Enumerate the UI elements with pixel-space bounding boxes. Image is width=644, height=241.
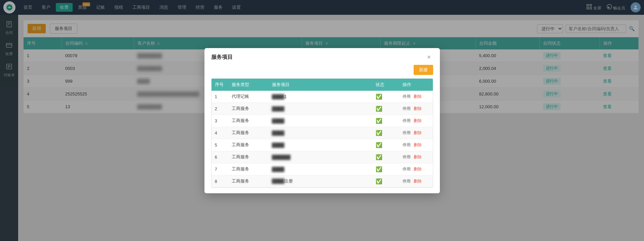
status-check-icon: ✅ [376,154,382,160]
status-check-icon: ✅ [376,118,382,124]
status-check-icon: ✅ [376,166,382,172]
modal-cell-seq: 8 [212,175,228,187]
status-check-icon: ✅ [376,130,382,136]
modal-table-wrap: 序号 服务类型 服务项目 状态 操作 1 代理记账 ████1 ✅ 停用 删除 … [211,78,433,188]
modal-cell-action: 停用 删除 [399,127,433,139]
modal-col-seq: 序号 [212,79,228,91]
modal-cell-item: ████ [269,127,372,139]
modal-col-item: 服务项目 [269,79,372,91]
delete-button[interactable]: 删除 [414,155,422,159]
modal-cell-type: 工商服务 [228,127,269,139]
modal-cell-item: ████ [269,115,372,127]
modal-cell-status: ✅ [372,151,399,163]
modal-cell-status: ✅ [372,175,399,187]
stop-button[interactable]: 停用 [403,143,411,147]
modal-cell-status: ✅ [372,139,399,151]
modal-col-status: 状态 [372,79,399,91]
modal-cell-status: ✅ [372,115,399,127]
stop-button[interactable]: 停用 [403,94,411,99]
status-check-icon: ✅ [376,106,382,112]
modal-cell-item: ████ [269,139,372,151]
modal-cell-item: ████ [269,163,372,175]
modal-overlay[interactable]: 服务项目 × 新建 序号 服务类型 服务项目 状态 操作 [0,0,644,241]
modal-cell-item: ██████ [269,151,372,163]
modal-cell-seq: 2 [212,103,228,115]
stop-button[interactable]: 停用 [403,106,411,111]
modal-cell-seq: 4 [212,127,228,139]
modal-close-button[interactable]: × [425,53,433,62]
modal-table-row: 5 工商服务 ████ ✅ 停用 删除 [212,139,433,151]
modal-cell-action: 停用 删除 [399,163,433,175]
modal-cell-type: 工商服务 [228,151,269,163]
status-check-icon: ✅ [376,94,382,99]
modal-cell-type: 工商服务 [228,175,269,187]
modal-cell-item: ████ [269,103,372,115]
service-item-table: 序号 服务类型 服务项目 状态 操作 1 代理记账 ████1 ✅ 停用 删除 … [212,79,433,188]
modal-cell-item: ████注册 [269,175,372,187]
stop-button[interactable]: 停用 [403,179,411,184]
modal-cell-seq: 6 [212,151,228,163]
modal-table-row: 1 代理记账 ████1 ✅ 停用 删除 [212,91,433,103]
modal-cell-type: 代理记账 [228,91,269,103]
status-check-icon: ✅ [376,178,382,184]
modal-table-row: 8 工商服务 ████注册 ✅ 停用 删除 [212,175,433,187]
modal-cell-type: 工商服务 [228,115,269,127]
modal-header: 服务项目 × [204,48,440,65]
modal-table-row: 3 工商服务 ████ ✅ 停用 删除 [212,115,433,127]
delete-button[interactable]: 删除 [414,179,422,184]
modal-title: 服务项目 [211,54,233,61]
delete-button[interactable]: 删除 [414,167,422,171]
modal-body: 序号 服务类型 服务项目 状态 操作 1 代理记账 ████1 ✅ 停用 删除 … [204,78,440,193]
modal-cell-item: ████1 [269,91,372,103]
modal-cell-status: ✅ [372,91,399,103]
modal-cell-seq: 7 [212,163,228,175]
modal-cell-seq: 1 [212,91,228,103]
modal-table-row: 2 工商服务 ████ ✅ 停用 删除 [212,103,433,115]
modal-cell-seq: 3 [212,115,228,127]
modal-toolbar: 新建 [204,65,440,78]
modal-cell-action: 停用 删除 [399,151,433,163]
modal-cell-action: 停用 删除 [399,103,433,115]
modal-cell-status: ✅ [372,127,399,139]
stop-button[interactable]: 停用 [403,118,411,123]
modal-cell-status: ✅ [372,163,399,175]
stop-button[interactable]: 停用 [403,130,411,135]
modal-cell-type: 工商服务 [228,139,269,151]
modal-cell-action: 停用 删除 [399,91,433,103]
modal-table-row: 4 工商服务 ████ ✅ 停用 删除 [212,127,433,139]
modal-new-button[interactable]: 新建 [414,65,433,75]
delete-button[interactable]: 删除 [414,143,422,147]
modal-cell-action: 停用 删除 [399,115,433,127]
modal-col-action: 操作 [399,79,433,91]
delete-button[interactable]: 删除 [414,94,422,99]
modal-col-type: 服务类型 [228,79,269,91]
modal-cell-type: 工商服务 [228,163,269,175]
modal-table-row: 7 工商服务 ████ ✅ 停用 删除 [212,163,433,175]
status-check-icon: ✅ [376,142,382,148]
modal-cell-action: 停用 删除 [399,139,433,151]
modal-cell-action: 停用 删除 [399,175,433,187]
modal-cell-status: ✅ [372,103,399,115]
stop-button[interactable]: 停用 [403,155,411,159]
service-item-modal: 服务项目 × 新建 序号 服务类型 服务项目 状态 操作 [204,48,440,193]
delete-button[interactable]: 删除 [414,106,422,111]
stop-button[interactable]: 停用 [403,167,411,171]
modal-cell-type: 工商服务 [228,103,269,115]
delete-button[interactable]: 删除 [414,130,422,135]
modal-cell-seq: 5 [212,139,228,151]
modal-table-row: 6 工商服务 ██████ ✅ 停用 删除 [212,151,433,163]
delete-button[interactable]: 删除 [414,118,422,123]
